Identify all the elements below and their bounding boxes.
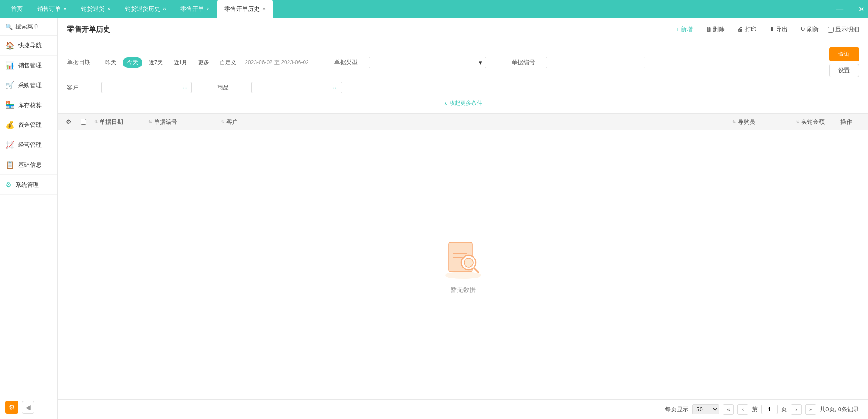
- query-button[interactable]: 查询: [829, 47, 859, 61]
- prev-page-button[interactable]: ‹: [737, 404, 748, 415]
- sidebar-item-system[interactable]: ⚙ 系统管理: [0, 175, 57, 195]
- order-type-label: 单据类型: [334, 58, 361, 66]
- order-type-select[interactable]: ▾: [369, 57, 486, 68]
- tab-close-sales-return[interactable]: ×: [107, 6, 110, 12]
- first-page-button[interactable]: «: [723, 404, 734, 415]
- page-word: 第: [752, 405, 758, 414]
- minimize-button[interactable]: —: [836, 5, 843, 14]
- sort-orderno-icon: ⇅: [148, 119, 152, 124]
- date-more[interactable]: 更多: [194, 57, 213, 68]
- goods-picker-icon[interactable]: ···: [333, 84, 338, 91]
- display-detail-input[interactable]: [828, 27, 834, 33]
- next-page-button[interactable]: ›: [791, 404, 802, 415]
- date-custom[interactable]: 自定义: [216, 57, 240, 68]
- delete-button[interactable]: 🗑 删除: [702, 24, 729, 35]
- refresh-button[interactable]: ↻ 刷新: [797, 24, 822, 35]
- last-page-button[interactable]: »: [805, 404, 816, 415]
- collapse-more-button[interactable]: ∧ 收起更多条件: [67, 98, 859, 109]
- operations-icon: 📈: [5, 141, 14, 149]
- th-amount[interactable]: ⇅ 实销金额: [774, 118, 828, 126]
- date-last7days[interactable]: 近7天: [145, 57, 167, 68]
- maximize-button[interactable]: □: [849, 5, 853, 14]
- date-today[interactable]: 今天: [123, 57, 142, 68]
- page-number-input[interactable]: [761, 405, 778, 414]
- display-detail-checkbox[interactable]: 显示明细: [828, 25, 859, 33]
- column-settings-icon[interactable]: ⚙: [66, 118, 71, 125]
- customer-picker-icon[interactable]: ···: [183, 84, 188, 91]
- tab-close-sales-order[interactable]: ×: [63, 6, 66, 12]
- table-header: ⚙ ⇅ 单据日期 ⇅ 单据编号 ⇅ 客户 ⇅: [58, 114, 868, 130]
- page-header: 零售开单历史 + 新增 🗑 删除 🖨 打印 ⬇ 导出 ↻ 刷新 显示明细: [58, 18, 868, 41]
- th-date[interactable]: ⇅ 单据日期: [90, 118, 145, 126]
- th-settings[interactable]: ⚙: [62, 118, 76, 125]
- date-yesterday[interactable]: 昨天: [101, 57, 120, 68]
- tab-retail-open[interactable]: 零售开单 ×: [173, 0, 217, 18]
- sidebar-item-label: 销售管理: [18, 61, 42, 70]
- sidebar-collapse-button[interactable]: ◀: [22, 401, 34, 414]
- setting-button[interactable]: 设置: [829, 64, 859, 77]
- settings-button[interactable]: ⚙: [5, 401, 18, 414]
- empty-illustration: [436, 235, 490, 281]
- sidebar-item-purchase-mgmt[interactable]: 🛒 采购管理: [0, 75, 57, 95]
- collapse-icon: ◀: [26, 404, 31, 411]
- per-page-select[interactable]: 50 10 20 100: [692, 404, 719, 414]
- tab-home[interactable]: 首页: [4, 5, 30, 13]
- chevron-down-icon: ▾: [479, 59, 482, 66]
- customer-input[interactable]: ···: [101, 82, 192, 93]
- sidebar-item-label: 采购管理: [18, 81, 42, 89]
- customer-label: 客户: [67, 84, 94, 92]
- th-guide[interactable]: ⇅ 导购员: [729, 118, 774, 126]
- select-all-checkbox[interactable]: [81, 119, 86, 125]
- sidebar-item-label: 快捷导航: [18, 42, 42, 50]
- money-icon: 💰: [5, 121, 14, 129]
- home-icon: 🏠: [5, 41, 14, 50]
- tab-sales-return[interactable]: 销货退货 ×: [74, 0, 118, 18]
- add-button[interactable]: + 新增: [672, 24, 696, 35]
- sidebar-bottom: ⚙ ◀: [0, 395, 57, 419]
- pagination-summary: 共0页, 0条记录: [820, 405, 859, 414]
- sidebar-search[interactable]: 🔍 搜索菜单: [0, 18, 57, 36]
- sidebar-item-basic-info[interactable]: 📋 基础信息: [0, 155, 57, 175]
- tab-close-retail-open-history[interactable]: ×: [262, 6, 266, 12]
- tab-retail-open-history[interactable]: 零售开单历史 ×: [217, 0, 273, 18]
- sidebar-item-label: 系统管理: [15, 181, 39, 189]
- sidebar-item-label: 库存核算: [18, 101, 42, 109]
- tab-close-retail-open[interactable]: ×: [207, 6, 210, 12]
- goods-input[interactable]: ···: [251, 82, 342, 93]
- date-shortcuts: 昨天 今天 近7天 近1月 更多 自定义 2023-06-02 至 2023-0…: [101, 57, 309, 68]
- th-customer[interactable]: ⇅ 客户: [217, 118, 729, 126]
- system-icon: ⚙: [5, 180, 12, 189]
- filter-area: 单据日期 昨天 今天 近7天 近1月 更多 自定义 2023-06-02 至 2…: [58, 41, 868, 114]
- tab-close-sales-return-history[interactable]: ×: [163, 6, 166, 12]
- cart-icon: 🛒: [5, 81, 14, 89]
- page-label: 页: [781, 405, 787, 414]
- sidebar-search-label: 搜索菜单: [15, 23, 39, 31]
- main-layout: 🔍 搜索菜单 🏠 快捷导航 📊 销售管理 🛒 采购管理 🏪 库存核算 💰 资金管…: [0, 18, 868, 419]
- th-order-no[interactable]: ⇅ 单据编号: [145, 118, 217, 126]
- print-button[interactable]: 🖨 打印: [734, 24, 760, 35]
- sidebar-item-operations[interactable]: 📈 经营管理: [0, 135, 57, 155]
- close-button[interactable]: ✕: [859, 5, 864, 14]
- filter-row-1: 单据日期 昨天 今天 近7天 近1月 更多 自定义 2023-06-02 至 2…: [67, 47, 859, 77]
- th-orderno-label: 单据编号: [154, 118, 177, 126]
- goods-label: 商品: [217, 84, 244, 92]
- tab-sales-return-history[interactable]: 销货退货历史 ×: [118, 0, 173, 18]
- th-customer-label: 客户: [226, 118, 238, 126]
- search-icon: 🔍: [5, 24, 13, 30]
- warehouse-icon: 🏪: [5, 101, 14, 109]
- export-button[interactable]: ⬇ 导出: [766, 24, 792, 35]
- per-page-label: 每页显示: [665, 405, 688, 414]
- sidebar-item-label: 基础信息: [18, 161, 42, 169]
- date-last1month[interactable]: 近1月: [170, 57, 192, 68]
- sidebar-item-quick-nav[interactable]: 🏠 快捷导航: [0, 36, 57, 56]
- sidebar-item-inventory[interactable]: 🏪 库存核算: [0, 95, 57, 115]
- sort-customer-icon: ⇅: [221, 119, 224, 124]
- order-no-label: 单据编号: [512, 58, 539, 66]
- svg-point-0: [445, 272, 481, 279]
- empty-text: 暂无数据: [451, 286, 476, 294]
- order-no-input[interactable]: [546, 57, 645, 68]
- sidebar-item-sales-mgmt[interactable]: 📊 销售管理: [0, 56, 57, 75]
- tab-sales-order[interactable]: 销售订单 ×: [30, 0, 74, 18]
- th-checkbox[interactable]: [76, 119, 90, 125]
- sidebar-item-finance[interactable]: 💰 资金管理: [0, 115, 57, 135]
